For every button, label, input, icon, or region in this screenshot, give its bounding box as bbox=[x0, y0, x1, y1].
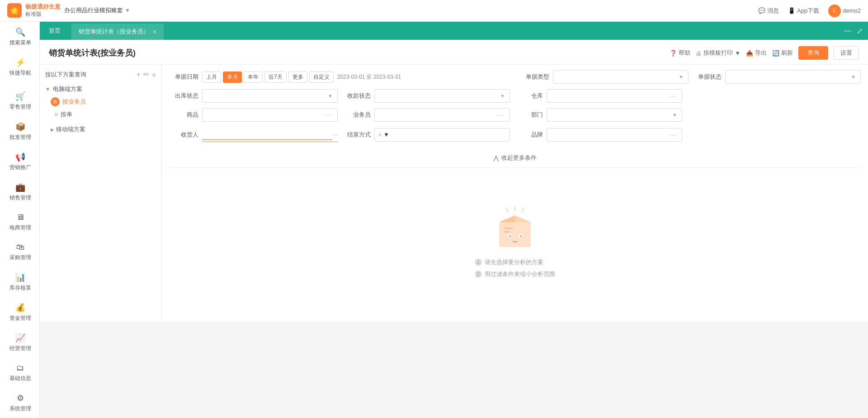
filter-row-2: 出库状态 ▼ 收款状态 ▼ bbox=[169, 89, 861, 103]
svg-marker-2 bbox=[515, 215, 531, 222]
sidebar-label-inventory: 库存核算 bbox=[9, 284, 31, 292]
sidebar-item-sales[interactable]: 💼 销售管理 bbox=[0, 177, 39, 207]
user-area[interactable]: E demo2 bbox=[828, 5, 861, 17]
date-btn-lastmonth[interactable]: 上月 bbox=[202, 71, 221, 83]
scheme-sub-item-order[interactable]: ≡ 按单 bbox=[45, 109, 156, 120]
sidebar-item-wholesale[interactable]: 📦 批发管理 bbox=[0, 116, 39, 147]
logo-line1: 畅捷通好生意 bbox=[25, 3, 61, 11]
date-btn-custom[interactable]: 自定义 bbox=[309, 71, 334, 83]
filter-panel-title: 按以下方案查询 bbox=[45, 71, 86, 79]
quicknav-icon: ⚡ bbox=[15, 57, 25, 67]
payment-arrow: ▼ bbox=[383, 131, 389, 138]
export-btn[interactable]: 📤 导出 bbox=[746, 49, 767, 57]
print-btn[interactable]: 🖨 按模板打印 ▼ bbox=[696, 49, 741, 57]
department-label: 部门 bbox=[514, 111, 543, 119]
date-filter: 上月 本月 本年 近7天 更多 自定义 2023-03-01 至 2023-03… bbox=[202, 71, 516, 83]
warehouse-label: 仓库 bbox=[514, 92, 543, 100]
doc-status-label: 单据状态 bbox=[692, 73, 722, 81]
scheme-item-salesperson[interactable]: 按 按业务员 bbox=[45, 95, 156, 109]
warehouse-more: ··· bbox=[669, 92, 677, 100]
date-btn-thisyear[interactable]: 本年 bbox=[244, 71, 263, 83]
brand-select[interactable]: ··· bbox=[547, 128, 682, 142]
sidebar-item-finance[interactable]: 💰 资金管理 bbox=[0, 297, 39, 328]
edit-scheme-btn[interactable]: ✏ bbox=[143, 70, 149, 79]
app-title[interactable]: 办公用品行业模拟账套 ▼ bbox=[64, 6, 130, 14]
purchase-icon: 🛍 bbox=[16, 242, 24, 252]
goods-label: 商品 bbox=[169, 111, 198, 119]
doc-status-select[interactable]: ▼ bbox=[725, 70, 861, 84]
app-download-btn[interactable]: 📱 App下载 bbox=[788, 7, 819, 15]
logo-icon: 🌟 bbox=[7, 3, 22, 18]
search-icon: 🔍 bbox=[15, 27, 25, 37]
sidebar-item-ecommerce[interactable]: 🖥 电商管理 bbox=[0, 207, 39, 237]
collect-status-label: 收款状态 bbox=[341, 92, 371, 100]
warehouse-select[interactable]: ··· bbox=[547, 89, 682, 103]
scheme-icon-salesperson: 按 bbox=[51, 97, 60, 106]
payment-method-select[interactable]: × ▼ bbox=[374, 128, 510, 142]
tab-home[interactable]: 首页 bbox=[40, 22, 70, 40]
mobile-scheme-group[interactable]: ▶ 移动端方案 bbox=[45, 123, 156, 136]
tab-close-btn[interactable]: × bbox=[153, 28, 156, 35]
pc-group-label: 电脑端方案 bbox=[53, 85, 82, 93]
payment-clear-btn[interactable]: × bbox=[378, 132, 382, 138]
doc-type-select[interactable]: ▼ bbox=[553, 70, 689, 84]
logo-line2: 标准版 bbox=[25, 11, 61, 18]
consignee-label: 收货人 bbox=[169, 131, 198, 139]
department-select[interactable]: ▼ bbox=[547, 108, 682, 122]
collapse-row: ⋀ 收起更多条件 bbox=[169, 147, 861, 168]
tip-text-2: 用过滤条件来缩小分析范围 bbox=[485, 268, 555, 280]
svg-rect-4 bbox=[504, 231, 510, 233]
query-button[interactable]: 查询 bbox=[798, 46, 828, 60]
sidebar-label-retail: 零售管理 bbox=[9, 103, 31, 111]
sidebar-item-basic[interactable]: 🗂 基础信息 bbox=[0, 358, 39, 388]
date-btn-7days[interactable]: 近7天 bbox=[264, 71, 287, 83]
top-bar-left: 🌟 畅捷通好生意 标准版 办公用品行业模拟账套 ▼ bbox=[7, 3, 130, 18]
collapse-panel-btn[interactable]: « bbox=[152, 71, 156, 79]
pc-scheme-group-title[interactable]: ▼ 电脑端方案 bbox=[45, 83, 156, 95]
collapse-btn[interactable]: ⋀ 收起更多条件 bbox=[169, 150, 861, 166]
date-btn-thismonth[interactable]: 本月 bbox=[223, 71, 242, 83]
main-area: 🔍 搜索菜单 ⚡ 快捷导航 🛒 零售管理 📦 批发管理 📢 营销推广 💼 bbox=[0, 22, 868, 418]
goods-select[interactable]: ··· bbox=[202, 108, 338, 122]
tab-home-label: 首页 bbox=[49, 27, 61, 35]
sidebar-label-ops: 经营管理 bbox=[9, 345, 31, 352]
settings-button[interactable]: 设置 bbox=[834, 46, 859, 60]
sidebar-label-finance: 资金管理 bbox=[9, 314, 31, 322]
svg-point-8 bbox=[520, 235, 522, 237]
sidebar-item-purchase[interactable]: 🛍 采购管理 bbox=[0, 237, 39, 267]
tab-actions: — ⤢ bbox=[839, 22, 868, 40]
sidebar-item-quicknav[interactable]: ⚡ 快捷导航 bbox=[0, 52, 39, 82]
tab-minimize-btn[interactable]: — bbox=[842, 25, 853, 37]
consignee-input[interactable] bbox=[202, 129, 332, 140]
svg-rect-0 bbox=[499, 222, 531, 247]
sidebar-item-ops[interactable]: 📈 经营管理 bbox=[0, 328, 39, 358]
add-scheme-btn[interactable]: + bbox=[137, 71, 141, 79]
system-icon: ⚙ bbox=[17, 393, 24, 403]
refresh-icon: 🔄 bbox=[772, 50, 779, 57]
refresh-btn[interactable]: 🔄 刷新 bbox=[772, 49, 793, 57]
tip-text-1: 请先选择要分析的方案 bbox=[485, 256, 543, 268]
filter-panel: 按以下方案查询 + ✏ « ▼ bbox=[40, 65, 162, 322]
help-btn[interactable]: ❓ 帮助 bbox=[670, 49, 690, 57]
sidebar-item-marketing[interactable]: 📢 营销推广 bbox=[0, 147, 39, 177]
date-range-text: 2023-03-01 至 2023-03-31 bbox=[337, 73, 401, 81]
pc-scheme-group: ▼ 电脑端方案 按 按业务员 ≡ 按单 bbox=[45, 83, 156, 120]
logo-area: 🌟 畅捷通好生意 标准版 bbox=[7, 3, 61, 18]
sidebar-item-system[interactable]: ⚙ 系统管理 bbox=[0, 388, 39, 418]
sidebar: 🔍 搜索菜单 ⚡ 快捷导航 🛒 零售管理 📦 批发管理 📢 营销推广 💼 bbox=[0, 22, 40, 418]
collect-status-select[interactable]: ▼ bbox=[374, 89, 510, 103]
date-btn-more[interactable]: 更多 bbox=[288, 71, 307, 83]
salesperson-label: 业务员 bbox=[341, 111, 371, 119]
sidebar-item-inventory[interactable]: 📊 库存核算 bbox=[0, 267, 39, 297]
svg-rect-3 bbox=[504, 228, 513, 229]
page-content: 销货单统计表(按业务员) ❓ 帮助 🖨 按模板打印 ▼ bbox=[40, 40, 868, 418]
sales-icon: 💼 bbox=[15, 182, 25, 192]
out-status-select[interactable]: ▼ bbox=[202, 89, 338, 103]
sidebar-item-retail[interactable]: 🛒 零售管理 bbox=[0, 86, 39, 116]
salesperson-select[interactable]: ··· bbox=[374, 108, 510, 122]
sidebar-item-search[interactable]: 🔍 搜索菜单 bbox=[0, 22, 39, 52]
tab-current[interactable]: 销货单统计表（按业务员） × bbox=[71, 24, 164, 40]
sidebar-label-purchase: 采购管理 bbox=[9, 254, 31, 261]
tab-maximize-btn[interactable]: ⤢ bbox=[855, 25, 864, 37]
message-btn[interactable]: 💬 消息 bbox=[758, 7, 779, 15]
